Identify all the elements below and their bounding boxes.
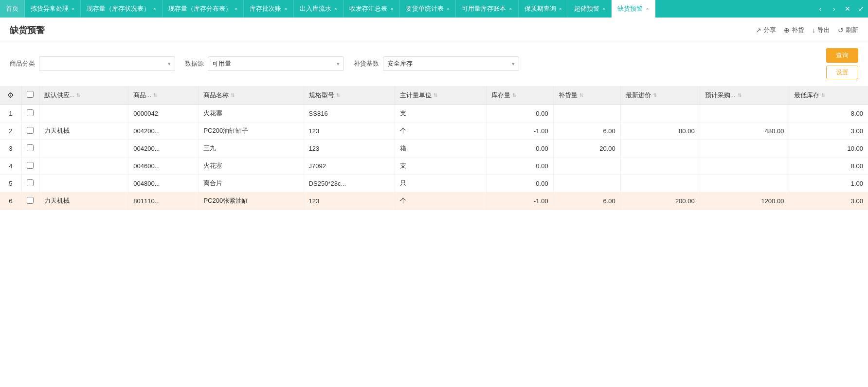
tab-scroll-right[interactable]: › bbox=[827, 0, 841, 18]
sort-icon-default-supplier: ⇅ bbox=[76, 92, 80, 98]
row-checkbox[interactable] bbox=[27, 144, 34, 151]
category-select[interactable]: ▾ bbox=[39, 56, 175, 71]
tab-item-req-stats[interactable]: 要货单统计表× bbox=[400, 0, 456, 18]
row-checkbox-cell[interactable] bbox=[21, 105, 39, 122]
th-spec-model[interactable]: 规格型号 ⇅ bbox=[304, 86, 395, 105]
table-row: 3 004200... 三九 123 箱 0.00 20.00 10.00 bbox=[0, 140, 868, 157]
tab-close-inventory-status[interactable]: × bbox=[153, 6, 156, 12]
tab-item-inventory-dist[interactable]: 现存量（库存分布表）× bbox=[163, 0, 244, 18]
settings-button[interactable]: 设置 bbox=[826, 66, 858, 79]
tab-close-available-account[interactable]: × bbox=[509, 6, 512, 12]
tab-scroll-left[interactable]: ‹ bbox=[814, 0, 827, 18]
row-checkbox[interactable] bbox=[27, 127, 34, 134]
row-checkbox-cell[interactable] bbox=[21, 192, 39, 210]
row-product-name: PC200张紧油缸 bbox=[199, 192, 304, 210]
row-supplier: 力天机械 bbox=[39, 192, 128, 210]
tab-item-shortage[interactable]: 缺货预警× bbox=[612, 0, 655, 18]
th-min-stock[interactable]: 最低库存 ⇅ bbox=[789, 86, 868, 105]
replenish-basis-select[interactable]: 安全库存 ▾ bbox=[383, 56, 519, 71]
table-container: ⚙ 默认供应... ⇅ 商品... ⇅ bbox=[0, 86, 868, 210]
row-estimated-purchase: 1200.00 bbox=[700, 192, 789, 210]
refresh-label: 刷新 bbox=[846, 26, 858, 35]
row-checkbox[interactable] bbox=[27, 179, 34, 186]
row-unit: 只 bbox=[395, 175, 486, 192]
tab-item-abnormal[interactable]: 拣货异常处理× bbox=[25, 0, 81, 18]
export-button[interactable]: ↓ 导出 bbox=[812, 26, 830, 35]
row-replenish-qty: 6.00 bbox=[553, 192, 620, 210]
th-unit[interactable]: 主计量单位 ⇅ bbox=[395, 86, 486, 105]
row-checkbox-cell[interactable] bbox=[21, 157, 39, 175]
category-label: 商品分类 bbox=[10, 59, 35, 68]
table-row: 2 力天机械 004200... PC200油缸缸子 123 个 -1.00 6… bbox=[0, 122, 868, 140]
sort-icon-product-code: ⇅ bbox=[153, 92, 157, 98]
datasource-select[interactable]: 可用量 ▾ bbox=[208, 56, 344, 71]
tab-close-overstock[interactable]: × bbox=[602, 6, 605, 12]
th-replenish-qty[interactable]: 补货量 ⇅ bbox=[553, 86, 620, 105]
th-product-name[interactable]: 商品名称 ⇅ bbox=[199, 86, 304, 105]
select-all-checkbox[interactable] bbox=[27, 91, 34, 98]
row-stock-qty: 0.00 bbox=[486, 105, 553, 122]
datasource-filter-group: 数据源 可用量 ▾ bbox=[185, 56, 344, 71]
row-checkbox[interactable] bbox=[27, 109, 34, 116]
tab-label: 出入库流水 bbox=[300, 4, 331, 13]
replenish-button[interactable]: ⊕ 补货 bbox=[784, 26, 804, 35]
th-estimated-purchase[interactable]: 预计采购... ⇅ bbox=[700, 86, 789, 105]
sort-icon-min-stock: ⇅ bbox=[821, 92, 825, 98]
th-product-code-label: 商品... bbox=[133, 91, 151, 100]
row-checkbox-cell[interactable] bbox=[21, 175, 39, 192]
th-latest-price[interactable]: 最新进价 ⇅ bbox=[620, 86, 700, 105]
category-filter-group: 商品分类 ▾ bbox=[10, 56, 175, 71]
row-min-stock: 1.00 bbox=[789, 175, 868, 192]
tab-close-expiry-query[interactable]: × bbox=[559, 6, 562, 12]
row-min-stock: 8.00 bbox=[789, 157, 868, 175]
row-checkbox-cell[interactable] bbox=[21, 140, 39, 157]
tab-item-inventory-status[interactable]: 现存量（库存状况表）× bbox=[81, 0, 162, 18]
tab-close-abnormal[interactable]: × bbox=[72, 6, 74, 12]
tab-close-all[interactable]: ✕ bbox=[841, 0, 854, 18]
tab-item-home[interactable]: 首页 bbox=[0, 0, 25, 18]
tab-label: 库存批次账 bbox=[250, 4, 281, 13]
tab-item-inout-flow[interactable]: 出入库流水× bbox=[294, 0, 344, 18]
refresh-icon: ↺ bbox=[838, 26, 844, 34]
th-default-supplier[interactable]: 默认供应... ⇅ bbox=[39, 86, 128, 105]
sort-icon-latest-price: ⇅ bbox=[653, 92, 657, 98]
filter-bar: 商品分类 ▾ 数据源 可用量 ▾ 补货基数 安全库存 ▾ 查询 设置 bbox=[0, 41, 868, 86]
row-replenish-qty bbox=[553, 105, 620, 122]
tab-close-inventory-dist[interactable]: × bbox=[235, 6, 237, 12]
th-product-code[interactable]: 商品... ⇅ bbox=[128, 86, 199, 105]
tab-item-available-account[interactable]: 可用量库存账本× bbox=[456, 0, 518, 18]
tab-label: 现存量（库存分布表） bbox=[168, 4, 232, 13]
th-checkbox[interactable] bbox=[21, 86, 39, 105]
tab-item-collect-summary[interactable]: 收发存汇总表× bbox=[344, 0, 399, 18]
tab-maximize[interactable]: ⤢ bbox=[854, 0, 868, 18]
row-checkbox[interactable] bbox=[27, 162, 34, 169]
replenish-basis-filter-group: 补货基数 安全库存 ▾ bbox=[354, 56, 519, 71]
row-stock-qty: 0.00 bbox=[486, 140, 553, 157]
tab-item-overstock[interactable]: 超储预警× bbox=[568, 0, 612, 18]
tab-item-expiry-query[interactable]: 保质期查询× bbox=[519, 0, 568, 18]
tab-close-collect-summary[interactable]: × bbox=[390, 6, 393, 12]
tab-close-inout-flow[interactable]: × bbox=[334, 6, 337, 12]
tab-label: 收发存汇总表 bbox=[349, 4, 387, 13]
row-num: 2 bbox=[0, 122, 21, 140]
row-num: 3 bbox=[0, 140, 21, 157]
refresh-button[interactable]: ↺ 刷新 bbox=[838, 26, 858, 35]
query-button[interactable]: 查询 bbox=[826, 48, 858, 63]
row-checkbox-cell[interactable] bbox=[21, 122, 39, 140]
th-settings[interactable]: ⚙ bbox=[0, 86, 21, 105]
tab-close-batch-account[interactable]: × bbox=[284, 6, 287, 12]
tab-close-req-stats[interactable]: × bbox=[447, 6, 450, 12]
th-stock-qty[interactable]: 库存量 ⇅ bbox=[486, 86, 553, 105]
sort-icon-spec-model: ⇅ bbox=[336, 92, 340, 98]
replenish-basis-dropdown-icon: ▾ bbox=[512, 61, 515, 67]
share-button[interactable]: ↗ 分享 bbox=[756, 26, 776, 35]
tab-close-shortage[interactable]: × bbox=[646, 6, 649, 12]
export-label: 导出 bbox=[817, 26, 830, 35]
th-default-supplier-label: 默认供应... bbox=[44, 91, 75, 100]
row-checkbox[interactable] bbox=[27, 197, 34, 204]
tab-label: 缺货预警 bbox=[617, 4, 643, 13]
tab-item-batch-account[interactable]: 库存批次账× bbox=[244, 0, 293, 18]
row-latest-price: 200.00 bbox=[620, 192, 700, 210]
th-min-stock-label: 最低库存 bbox=[794, 91, 819, 100]
tab-label: 超储预警 bbox=[574, 4, 599, 13]
